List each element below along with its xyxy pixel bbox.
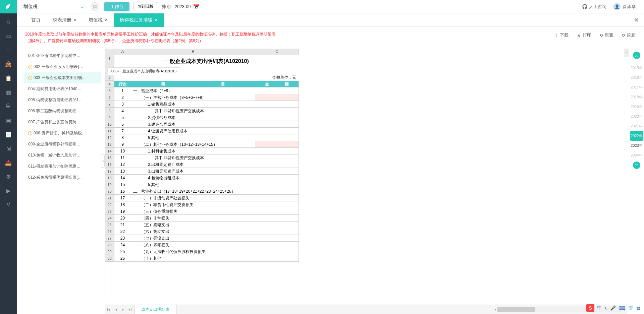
- seq-cell[interactable]: 13: [114, 168, 131, 175]
- seq-cell[interactable]: 17: [114, 195, 131, 201]
- app-logo[interactable]: [0, 0, 17, 13]
- item-cell[interactable]: （二）其他业务成本（10+12+13+14+15）: [131, 141, 255, 148]
- ledger-icon[interactable]: ▭: [5, 33, 12, 39]
- seq-cell[interactable]: 8: [114, 134, 131, 141]
- home-icon[interactable]: ⌂: [5, 18, 12, 25]
- seq-cell[interactable]: 15: [114, 181, 131, 188]
- tax-type-selector[interactable]: 增值税 ⌄: [23, 3, 84, 10]
- nav-last[interactable]: ▸|: [127, 305, 134, 314]
- seq-cell[interactable]: 16: [114, 188, 131, 195]
- year-2018年[interactable]: 2018年: [629, 92, 644, 102]
- amount-cell[interactable]: [255, 121, 299, 128]
- year-scroll-up[interactable]: ︽: [633, 52, 640, 59]
- amount-cell[interactable]: [255, 248, 299, 255]
- seq-cell[interactable]: 19: [114, 208, 131, 215]
- item-cell[interactable]: （二）非货币性资产交换损失: [131, 201, 255, 208]
- form-item-9[interactable]: 010-免税、减计收入及加计…: [23, 150, 101, 161]
- amount-cell[interactable]: [255, 87, 299, 94]
- year-2022年[interactable]: 2022年: [630, 131, 643, 141]
- tab-close-icon[interactable]: ✕: [73, 18, 76, 22]
- nav-first[interactable]: |◂: [105, 305, 112, 314]
- item-cell[interactable]: 1.材料销售成本: [131, 148, 255, 154]
- tab-1[interactable]: 税表清册✕: [47, 13, 83, 27]
- tab-0[interactable]: 首页: [25, 13, 47, 27]
- seq-cell[interactable]: 4: [114, 108, 131, 114]
- ime-punct-icon[interactable]: •,: [604, 305, 607, 311]
- amount-cell[interactable]: [255, 154, 299, 161]
- amount-cell[interactable]: [255, 215, 299, 222]
- tab-close-icon[interactable]: ✕: [105, 18, 108, 22]
- seq-cell[interactable]: 6: [114, 121, 131, 128]
- item-cell[interactable]: 3.建造合同成本: [131, 121, 255, 128]
- item-cell[interactable]: （九）无法收回的债券股权投资损失: [131, 248, 255, 255]
- amount-cell[interactable]: [255, 114, 299, 121]
- form-item-3[interactable]: 004-期间费用明细表(A1040…: [23, 83, 101, 95]
- vip-icon[interactable]: V: [5, 201, 12, 208]
- nav-next[interactable]: ▸: [119, 305, 127, 314]
- amount-cell[interactable]: [255, 168, 299, 175]
- export-icon[interactable]: ⇲: [5, 145, 12, 152]
- amount-cell[interactable]: [255, 141, 299, 148]
- amount-cell[interactable]: [255, 101, 299, 108]
- item-cell[interactable]: 4.让渡资产使用权成本: [131, 128, 255, 134]
- calendar-nav-icon[interactable]: ▣: [5, 117, 12, 124]
- year-2015年[interactable]: 2015年: [629, 63, 644, 73]
- item-cell[interactable]: （四）非常损失: [131, 215, 255, 222]
- amount-cell[interactable]: [255, 242, 299, 248]
- amount-cell[interactable]: [255, 181, 299, 188]
- amount-cell[interactable]: [255, 94, 299, 101]
- seq-cell[interactable]: 1: [114, 87, 131, 94]
- year-2024年[interactable]: 2024年: [629, 150, 644, 160]
- user-menu[interactable]: 👤 徐泽华: [613, 3, 636, 10]
- amount-cell[interactable]: [255, 195, 299, 201]
- amount-cell[interactable]: [255, 128, 299, 134]
- tab-2[interactable]: 增值税✕: [83, 13, 114, 27]
- video-icon[interactable]: ▶: [5, 187, 12, 194]
- col-header-b[interactable]: B: [131, 48, 255, 55]
- clipboard-icon[interactable]: 📋: [5, 75, 12, 81]
- seq-cell[interactable]: 12: [114, 161, 131, 168]
- seq-cell[interactable]: 7: [114, 128, 131, 134]
- ime-skin-icon[interactable]: 👕: [628, 305, 634, 311]
- form-item-1[interactable]: !002-一般企业收入明细表(…: [23, 61, 101, 72]
- form-item-6[interactable]: 007-广告费和业务宣传费跨…: [23, 117, 101, 128]
- item-cell[interactable]: （八）坏账损失: [131, 242, 255, 248]
- doc-icon-button[interactable]: ▤: [91, 2, 99, 11]
- form-item-7[interactable]: !008-资产折旧、摊销及纳税…: [23, 128, 101, 139]
- ime-toolbox-icon[interactable]: ▦: [636, 305, 641, 311]
- download-button[interactable]: ⇩下载: [555, 32, 569, 38]
- expand-year-handle[interactable]: »: [624, 48, 629, 57]
- item-cell[interactable]: 2.出租固定资产成本: [131, 161, 255, 168]
- item-cell[interactable]: （一）非流动资产处置损失: [131, 195, 255, 201]
- year-scroll-down[interactable]: ︾: [633, 162, 640, 169]
- form-item-0[interactable]: 001-企业所得税年度纳税申…: [23, 50, 101, 61]
- template-icon[interactable]: 🏛: [5, 103, 12, 110]
- year-2019年[interactable]: 2019年: [629, 102, 644, 112]
- item-cell[interactable]: （六）赞助支出: [131, 228, 255, 235]
- item-cell[interactable]: （十）其他: [131, 255, 255, 262]
- item-cell[interactable]: 一、营业成本（2+9）: [131, 87, 255, 94]
- calendar-icon[interactable]: 📅: [193, 3, 200, 10]
- chart-icon[interactable]: 〰: [5, 47, 12, 53]
- tax-icon[interactable]: 🧾: [5, 131, 12, 138]
- amount-cell[interactable]: [255, 188, 299, 195]
- nav-prev[interactable]: ◂: [112, 305, 119, 314]
- seq-cell[interactable]: 10: [114, 148, 131, 154]
- item-cell[interactable]: 1.销售商品成本: [131, 101, 255, 108]
- seq-cell[interactable]: 23: [114, 235, 131, 242]
- tab-close-icon[interactable]: ✕: [155, 18, 158, 22]
- sogou-ime-logo[interactable]: S: [586, 304, 594, 312]
- year-2021年[interactable]: 2021年: [629, 121, 644, 131]
- corner-cell[interactable]: [105, 48, 114, 55]
- form-item-10[interactable]: 011-研发费用加计扣除优惠…: [23, 161, 101, 172]
- amount-cell[interactable]: [255, 222, 299, 228]
- amount-cell[interactable]: [255, 134, 299, 141]
- item-cell[interactable]: 5.其他: [131, 181, 255, 188]
- form-item-2[interactable]: !003-一般企业成本支出明细…: [23, 72, 101, 83]
- year-2020年[interactable]: 2020年: [629, 112, 644, 121]
- seq-cell[interactable]: 11: [114, 154, 131, 161]
- seq-cell[interactable]: 14: [114, 175, 131, 181]
- form-item-8[interactable]: 009-企业所得税弥补亏损明…: [23, 139, 101, 150]
- item-cell[interactable]: （三）债务重组损失: [131, 208, 255, 215]
- inbox-icon[interactable]: 📥: [5, 159, 12, 166]
